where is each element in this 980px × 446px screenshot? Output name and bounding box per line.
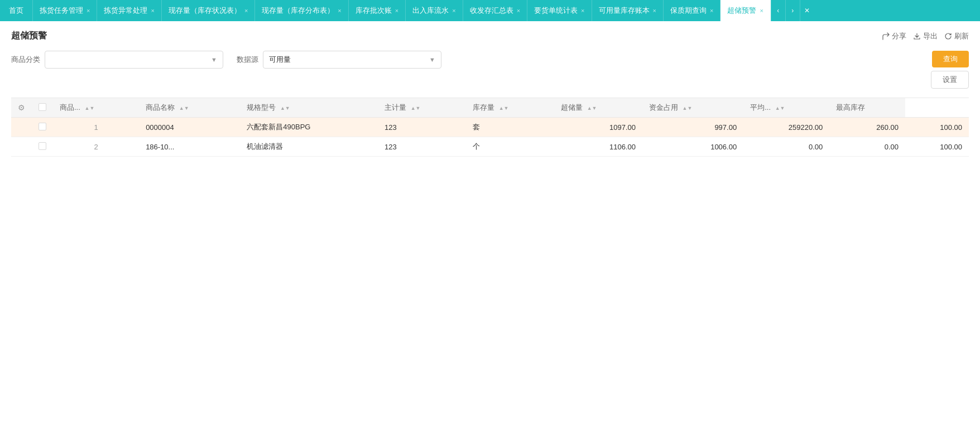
close-tab-5-icon[interactable]: ×	[452, 7, 455, 14]
close-tab-6-icon[interactable]: ×	[517, 7, 520, 14]
sort-icon-capital: ▲▼	[683, 105, 693, 111]
nav-tab-8[interactable]: 可用量库存账本 ×	[592, 0, 664, 21]
table-header-row: ⚙ 商品... ▲▼ 商品名称 ▲▼ 规格型号 ▲▼ 主计	[11, 98, 969, 118]
datasource-filter-group: 数据源 可用量 ▼	[237, 51, 441, 69]
datasource-label: 数据源	[237, 55, 258, 65]
filter-buttons: 查询 设置	[931, 51, 969, 89]
row-capital-1: 0.00	[743, 137, 829, 157]
column-stock-header[interactable]: 库存量 ▲▼	[466, 98, 554, 118]
close-tab-9-icon[interactable]: ×	[710, 7, 713, 14]
row-capital-0: 259220.00	[743, 118, 829, 137]
row-spec-1: 123	[378, 137, 466, 157]
row-overstock-0: 997.00	[642, 118, 743, 137]
nav-arrows: ‹ › ✕	[771, 0, 814, 21]
page-header: 超储预警 分享 导出 刷新	[11, 30, 969, 42]
table-row: 1 0000004 六配套新昌490BPG 123 套 1097.00 997.…	[11, 118, 969, 137]
close-tab-3-icon[interactable]: ×	[338, 7, 341, 14]
nav-tab-10[interactable]: 超储预警 ×	[720, 0, 770, 21]
close-tab-2-icon[interactable]: ×	[244, 7, 248, 14]
close-tab-0-icon[interactable]: ×	[87, 7, 90, 14]
close-tab-1-icon[interactable]: ×	[151, 7, 154, 14]
share-icon	[882, 32, 890, 40]
column-capital-header[interactable]: 资金占用 ▲▼	[642, 98, 743, 118]
nav-tab-7[interactable]: 要货单统计表 ×	[527, 0, 592, 21]
row-overstock-1: 1006.00	[642, 137, 743, 157]
nav-tab-0[interactable]: 拣货任务管理 ×	[33, 0, 97, 21]
share-button[interactable]: 分享	[882, 31, 906, 41]
table-row: 2 186-10... 机油滤清器 123 个 1106.00 1006.00 …	[11, 137, 969, 157]
sort-icon-unit: ▲▼	[411, 105, 421, 111]
top-nav: 首页 拣货任务管理 × 拣货异常处理 × 现存量（库存状况表） × 现存量（库存…	[0, 0, 980, 21]
header-checkbox[interactable]	[39, 103, 46, 111]
row-maxstock-0: 100.00	[905, 118, 969, 137]
row-num-0: 1	[53, 118, 139, 137]
datasource-select[interactable]: 可用量 ▼	[263, 51, 441, 69]
sort-icon-overstock: ▲▼	[587, 105, 597, 111]
column-settings-header[interactable]: ⚙	[11, 98, 32, 118]
nav-next-arrow[interactable]: ›	[785, 0, 800, 21]
export-button[interactable]: 导出	[913, 31, 938, 41]
row-product-name-1: 机油滤清器	[240, 137, 378, 157]
sort-icon-spec: ▲▼	[280, 105, 290, 111]
row-gear-0[interactable]	[11, 118, 32, 137]
row-gear-1[interactable]	[11, 137, 32, 157]
nav-tab-6[interactable]: 收发存汇总表 ×	[463, 0, 527, 21]
nav-tab-2[interactable]: 现存量（库存状况表） ×	[162, 0, 255, 21]
row-unit-0: 套	[466, 118, 554, 137]
column-product-code-header[interactable]: 商品... ▲▼	[53, 98, 139, 118]
row-stock-0: 1097.00	[554, 118, 642, 137]
row-product-code-1: 186-10...	[139, 137, 240, 157]
page-content: 超储预警 分享 导出 刷新	[0, 21, 980, 446]
column-unit-header[interactable]: 主计量 ▲▼	[378, 98, 466, 118]
column-maxstock-header[interactable]: 最高库存	[829, 98, 905, 118]
row-cb-0[interactable]	[39, 123, 46, 130]
row-checkbox-0[interactable]	[32, 118, 53, 137]
close-tab-8-icon[interactable]: ×	[653, 7, 656, 14]
nav-home[interactable]: 首页	[0, 0, 33, 21]
category-label: 商品分类	[11, 55, 40, 65]
column-spec-header[interactable]: 规格型号 ▲▼	[240, 98, 378, 118]
data-table: ⚙ 商品... ▲▼ 商品名称 ▲▼ 规格型号 ▲▼ 主计	[11, 98, 969, 157]
column-product-name-header[interactable]: 商品名称 ▲▼	[139, 98, 240, 118]
row-cb-1[interactable]	[39, 142, 46, 150]
nav-tab-3[interactable]: 现存量（库存分布表） ×	[255, 0, 348, 21]
row-checkbox-1[interactable]	[32, 137, 53, 157]
refresh-icon	[944, 32, 952, 40]
row-product-name-0: 六配套新昌490BPG	[240, 118, 378, 137]
datasource-dropdown-arrow: ▼	[429, 56, 435, 63]
close-tab-7-icon[interactable]: ×	[581, 7, 584, 14]
close-tab-4-icon[interactable]: ×	[395, 7, 398, 14]
column-overstock-header[interactable]: 超储量 ▲▼	[554, 98, 642, 118]
sort-icon: ▲▼	[84, 105, 94, 111]
column-avg-header[interactable]: 平均... ▲▼	[743, 98, 829, 118]
category-dropdown-arrow: ▼	[211, 56, 217, 63]
row-maxstock-1: 100.00	[905, 137, 969, 157]
export-icon	[913, 32, 921, 40]
row-spec-0: 123	[378, 118, 466, 137]
sort-icon-stock: ▲▼	[499, 105, 509, 111]
query-button[interactable]: 查询	[932, 51, 969, 67]
row-unit-1: 个	[466, 137, 554, 157]
nav-tab-9[interactable]: 保质期查询 ×	[664, 0, 720, 21]
row-avg-1: 0.00	[829, 137, 905, 157]
refresh-button[interactable]: 刷新	[944, 31, 969, 41]
nav-tab-5[interactable]: 出入库流水 ×	[406, 0, 463, 21]
row-product-code-0: 0000004	[139, 118, 240, 137]
settings-button[interactable]: 设置	[931, 71, 969, 89]
page-title: 超储预警	[11, 30, 47, 42]
sort-icon-avg: ▲▼	[775, 105, 785, 111]
category-select[interactable]: ▼	[45, 51, 223, 69]
nav-close-all-icon[interactable]: ✕	[800, 0, 814, 21]
nav-prev-arrow[interactable]: ‹	[771, 0, 785, 21]
nav-tab-4[interactable]: 库存批次账 ×	[349, 0, 406, 21]
nav-tab-1[interactable]: 拣货异常处理 ×	[97, 0, 161, 21]
column-checkbox-header[interactable]	[32, 98, 53, 118]
row-stock-1: 1106.00	[554, 137, 642, 157]
header-actions: 分享 导出 刷新	[882, 31, 969, 41]
sort-icon-name: ▲▼	[179, 105, 189, 111]
row-avg-0: 260.00	[829, 118, 905, 137]
close-tab-10-icon[interactable]: ×	[760, 7, 763, 14]
row-num-1: 2	[53, 137, 139, 157]
category-filter-group: 商品分类 ▼	[11, 51, 223, 69]
